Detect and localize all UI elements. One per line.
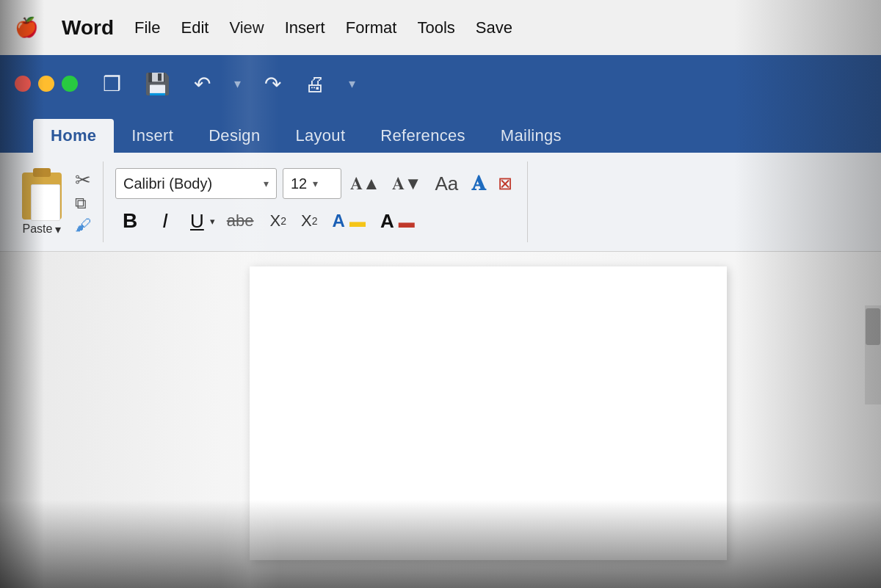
clipboard-icon bbox=[19, 168, 65, 219]
font-row1: Calibri (Body) ▾ 12 ▾ 𝐀▲ 𝐀▼ Aa 𝐀 ⊠ bbox=[115, 168, 515, 199]
font-section: Calibri (Body) ▾ 12 ▾ 𝐀▲ 𝐀▼ Aa 𝐀 ⊠ B I U bbox=[104, 161, 528, 242]
menu-insert[interactable]: Insert bbox=[275, 14, 336, 42]
clipboard-section: Paste ▾ ✂ ⧉ 🖌 bbox=[7, 161, 104, 242]
clipboard-page bbox=[31, 184, 60, 221]
maximize-button[interactable] bbox=[62, 76, 78, 92]
ribbon-content: Paste ▾ ✂ ⧉ 🖌 Calibri (Body) ▾ 12 ▾ bbox=[0, 153, 881, 252]
italic-button[interactable]: I bbox=[151, 206, 180, 236]
font-color-bar-icon: ▬ bbox=[399, 213, 415, 231]
font-grow-button[interactable]: 𝐀▲ bbox=[347, 172, 383, 195]
paste-dropdown-icon[interactable]: ▾ bbox=[55, 222, 61, 236]
paste-area[interactable]: Paste ▾ bbox=[19, 168, 65, 236]
change-case-button[interactable]: Aa bbox=[431, 171, 463, 197]
menu-word[interactable]: Word bbox=[51, 12, 124, 44]
tab-home[interactable]: Home bbox=[33, 119, 114, 153]
apple-logo-icon[interactable]: 🍎 bbox=[15, 16, 38, 39]
tab-mailings[interactable]: Mailings bbox=[483, 119, 579, 153]
clipboard-tools: ✂ ⧉ 🖌 bbox=[75, 170, 91, 233]
menu-file[interactable]: File bbox=[124, 14, 170, 42]
subscript-button[interactable]: X2 bbox=[266, 208, 291, 233]
undo-icon[interactable]: ↶ bbox=[188, 69, 217, 99]
font-size-selector[interactable]: 12 ▾ bbox=[283, 168, 341, 199]
cut-icon[interactable]: ✂ bbox=[75, 170, 91, 189]
copy-icon[interactable]: ⧉ bbox=[75, 195, 91, 211]
title-bar: ❒ 💾 ↶ ▾ ↷ 🖨 ▾ bbox=[0, 55, 881, 112]
close-button[interactable] bbox=[15, 76, 31, 92]
tab-references[interactable]: References bbox=[363, 119, 483, 153]
tab-insert[interactable]: Insert bbox=[114, 119, 191, 153]
font-size-value: 12 bbox=[291, 175, 307, 192]
highlight-color-icon: ▬ bbox=[349, 212, 366, 231]
undo-dropdown-icon[interactable]: ▾ bbox=[228, 73, 247, 95]
document-area bbox=[0, 252, 881, 588]
font-color-a-button[interactable]: A ▬ bbox=[376, 207, 419, 236]
tab-layout[interactable]: Layout bbox=[278, 119, 363, 153]
screen-container: 🍎 Word File Edit View Insert Format Tool… bbox=[0, 0, 881, 588]
clipboard-body bbox=[22, 173, 62, 219]
underline-dropdown-icon[interactable]: ▾ bbox=[210, 216, 215, 227]
font-shrink-button[interactable]: 𝐀▼ bbox=[389, 172, 425, 195]
font-name-selector[interactable]: Calibri (Body) ▾ bbox=[115, 168, 277, 199]
toolbar-dropdown-icon[interactable]: ▾ bbox=[343, 73, 361, 95]
underline-wrap: U ▾ bbox=[186, 206, 215, 236]
tab-design[interactable]: Design bbox=[191, 119, 278, 153]
ribbon-scrollbar[interactable] bbox=[865, 305, 881, 404]
superscript-button[interactable]: X2 bbox=[297, 208, 322, 233]
mac-menubar: 🍎 Word File Edit View Insert Format Tool… bbox=[0, 0, 881, 55]
window-controls bbox=[15, 76, 78, 92]
menu-tools[interactable]: Tools bbox=[407, 14, 465, 42]
ribbon-scrollbar-thumb bbox=[866, 308, 880, 345]
font-name-value: Calibri (Body) bbox=[123, 175, 258, 192]
clipboard-clip bbox=[33, 168, 51, 177]
redo-icon[interactable]: ↷ bbox=[258, 69, 287, 99]
strikethrough-button[interactable]: abe bbox=[221, 208, 260, 233]
underline-button[interactable]: U bbox=[186, 206, 209, 236]
save-icon[interactable]: 💾 bbox=[139, 69, 176, 99]
clear-format-button[interactable]: ⊠ bbox=[495, 172, 515, 195]
menu-save[interactable]: Save bbox=[465, 14, 523, 42]
font-name-dropdown-icon[interactable]: ▾ bbox=[264, 178, 269, 189]
menu-edit[interactable]: Edit bbox=[170, 14, 219, 42]
font-color-button[interactable]: 𝐀 bbox=[468, 170, 489, 197]
ribbon-tabs: Home Insert Design Layout References Mai… bbox=[0, 112, 881, 153]
text-highlight-button[interactable]: A ▬ bbox=[327, 208, 369, 234]
highlight-a-icon: A bbox=[332, 211, 344, 231]
font-size-dropdown-icon[interactable]: ▾ bbox=[313, 178, 318, 189]
format-painter-icon[interactable]: 🖌 bbox=[75, 217, 91, 233]
print-icon[interactable]: 🖨 bbox=[299, 69, 331, 99]
menu-view[interactable]: View bbox=[219, 14, 274, 42]
minimize-button[interactable] bbox=[38, 76, 54, 92]
font-row2: B I U ▾ abe X2 X2 A ▬ A ▬ bbox=[115, 206, 515, 236]
menu-format[interactable]: Format bbox=[336, 14, 407, 42]
sidebar-toggle-icon[interactable]: ❒ bbox=[97, 69, 127, 99]
font-color-a-icon: A bbox=[380, 210, 394, 232]
bold-button[interactable]: B bbox=[115, 206, 145, 236]
document-page[interactable] bbox=[250, 266, 727, 560]
paste-label: Paste bbox=[23, 222, 53, 236]
